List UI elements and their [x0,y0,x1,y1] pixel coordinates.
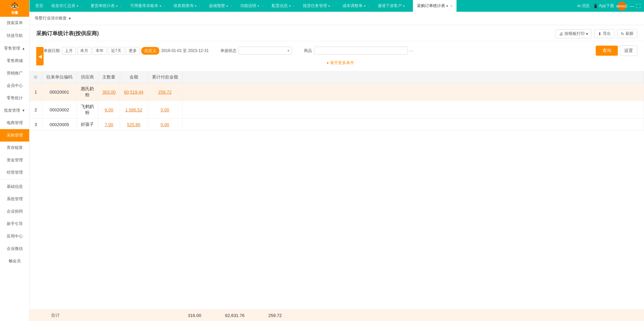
date-btn-last-month[interactable]: 上月 [62,47,76,55]
row-extra [182,119,644,130]
date-btn-this-month[interactable]: 本月 [77,47,91,55]
row-qty[interactable]: 6.00 [98,101,120,119]
tab-cost-adjust[interactable]: 成本调整单 ▾ × [338,0,374,12]
row-amount[interactable]: 1,586.52 [120,101,148,119]
tab-close-goods[interactable]: × [120,4,122,8]
minimize-btn[interactable]: — [630,3,634,9]
sidebar-item-retail[interactable]: 零售管理 ▲ [0,42,29,55]
sidebar-item-inventory[interactable]: 库存核算 [0,142,29,154]
row-paid[interactable]: 0.00 [148,101,182,119]
footer-total-qty: 316.00 [174,313,215,318]
workspace-selector[interactable]: 母婴行业演示账套 ▾ [35,15,71,21]
row-index: 3 [30,119,42,130]
sidebar-item-corpwechat[interactable]: 企业微信 [0,243,29,255]
workspace-chevron-icon: ▾ [69,16,71,21]
sidebar-item-marketing[interactable]: 营销推广 [0,67,29,79]
sidebar-item-newguide[interactable]: 新手引导 [0,218,29,230]
sidebar-item-ecommerce[interactable]: 电商管理 [0,117,29,129]
tab-goods-summary[interactable]: 要货单统计表 ▾ × [87,0,126,12]
tab-arrow-func: ▾ [258,4,259,8]
row-paid[interactable]: 259.72 [148,83,182,101]
sidebar-item-finance[interactable]: 资金管理 [0,154,29,166]
sidebar-item-vip[interactable]: 畅会员 [0,255,29,267]
tab-arrow-cost: ▾ [364,4,366,8]
sidebar-item-purchase[interactable]: 采购管理 [0,129,29,142]
tab-collect-summary[interactable]: 收发存汇总表 ▾ × [47,0,87,12]
row-extra [182,101,644,119]
tab-close-cost[interactable]: × [368,4,370,8]
sidebar-item-system[interactable]: 系统管理 [0,193,29,205]
date-range-text: 2016-01-01 至 2023-12-31 [161,48,209,54]
tab-config-info[interactable]: 配置信息 ▾ × [268,0,299,12]
logo-icon: 🐯 [10,2,19,10]
goods-more-btn[interactable]: ··· [409,48,413,53]
date-btn-this-year[interactable]: 本年 [93,47,107,55]
print-icon: 🖨 [559,32,563,36]
topbar-right: ✉ 消息 📱 App下载 demo2 — ⛶ [577,2,644,10]
tab-close-invite[interactable]: × [407,4,409,8]
export-button[interactable]: ⬇ 导出 [594,29,614,38]
tab-close-overstock[interactable]: × [230,4,232,8]
sidebar-item-retail-stat[interactable]: 零售统计 [0,92,29,104]
date-btn-more[interactable]: 更多 [126,47,140,55]
row-index: 1 [30,83,42,101]
tab-overstock[interactable]: 超储预警 ▾ × [205,0,236,12]
settings-button[interactable]: 设置 [620,45,637,56]
table-row[interactable]: 3 00020005 好孩子 7.00 525.80 0.00 [30,119,644,130]
row-qty[interactable]: 7.00 [98,119,120,130]
date-btn-7days[interactable]: 近7天 [108,47,124,55]
table-row[interactable]: 1 00020001 惠氏奶粉 303.00 60,519.44 259.72 [30,83,644,101]
sidebar-item-retail-shop[interactable]: 零售商城 [0,55,29,67]
nav-divider-1 [0,179,29,180]
sidebar-item-enterprise[interactable]: 企业协同 [0,205,29,218]
refresh-button[interactable]: ↻ 刷新 [617,29,637,38]
tab-arrow-config: ▾ [289,4,291,8]
gear-icon[interactable]: ⚙ [34,74,38,80]
table-row[interactable]: 2 00020002 飞鹤奶粉 6.00 1,586.52 0.00 [30,101,644,119]
row-paid[interactable]: 0.00 [148,119,182,130]
row-amount[interactable]: 525.80 [120,119,148,130]
sidebar-item-member[interactable]: 会员中心 [0,79,29,92]
row-code: 00020005 [42,119,77,130]
tab-close-warranty[interactable]: × [199,4,201,8]
app-download-btn[interactable]: 📱 App下载 [593,3,614,9]
tab-warranty[interactable]: 保质期查询 ▾ × [169,0,205,12]
header-row: ⚙ 往来单位编码 供应商 主数量 金额 累计付款金额 [30,71,644,83]
message-icon: ✉ [577,4,581,8]
sidebar-item-appcenter[interactable]: 应用中心 [0,230,29,243]
status-select[interactable] [238,47,292,55]
filter-toggle-button[interactable]: ◀ [36,47,44,65]
tab-function-desc[interactable]: 功能说明 ▾ × [236,0,267,12]
tab-close-func[interactable]: × [261,4,263,8]
message-btn[interactable]: ✉ 消息 [577,3,590,9]
filter-goods-item: 商品 ··· [304,47,413,55]
tab-purchase-summary[interactable]: 采购订单统计表 ▾ × [413,0,456,12]
tab-close-purchase[interactable]: × [450,4,452,8]
goods-input[interactable] [314,47,408,55]
tab-invite-downstream[interactable]: 邀请下游客户 ▾ × [374,0,413,12]
sidebar-item-search[interactable]: 搜索菜单 [0,17,29,30]
tab-pick-task[interactable]: 拣货任务管理 ▾ × [299,0,338,12]
user-avatar[interactable]: demo2 [618,2,626,10]
tab-available-stock[interactable]: 可用量库存账本 ▾ × [126,0,169,12]
table-header: ⚙ 往来单位编码 供应商 主数量 金额 累计付款金额 [30,71,644,83]
tab-close-config[interactable]: × [293,4,295,8]
tab-close-pick[interactable]: × [332,4,334,8]
row-code: 00020002 [42,101,77,119]
row-amount[interactable]: 60,519.44 [120,83,148,101]
query-button[interactable]: 查询 [596,46,618,56]
tab-close-collect[interactable]: × [80,4,83,8]
print-button[interactable]: 🖨 按模板打印 ▾ [555,29,592,38]
sidebar-item-wholesale[interactable]: 批发管理 ▼ [0,104,29,117]
date-label: 单据日期 [44,48,60,54]
tab-close-available[interactable]: × [163,4,165,8]
sidebar-item-basic[interactable]: 基础信息 [0,180,29,193]
sidebar-item-operation[interactable]: 经营管理 [0,166,29,179]
row-qty[interactable]: 303.00 [98,83,120,101]
maximize-btn[interactable]: ⛶ [636,3,641,9]
tab-home[interactable]: 首页 [31,0,47,12]
date-btn-custom[interactable]: 自定义 [141,47,159,55]
filter-status-item: 单据状态 [220,47,292,55]
sidebar-item-quicknav[interactable]: 快捷导航 [0,30,29,42]
expand-more-btn[interactable]: ▾ 展开更多条件 [44,59,637,67]
